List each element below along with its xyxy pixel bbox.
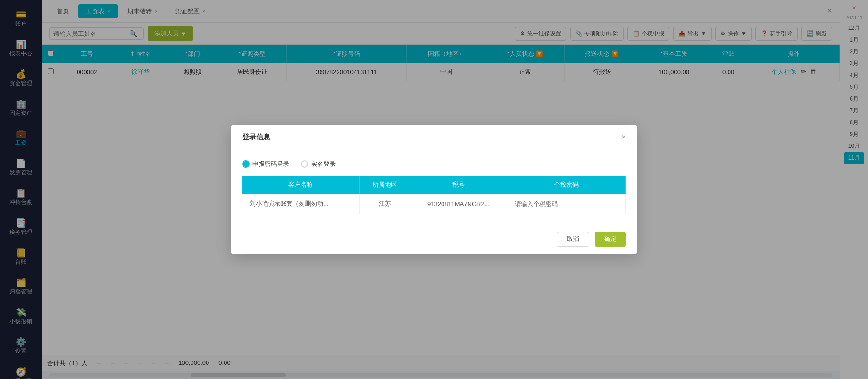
modal-title: 登录信息 <box>242 133 270 142</box>
modal-cell-taxno: 91320811MA7NGR2... <box>410 194 507 214</box>
modal-footer: 取消 确定 <box>231 224 637 254</box>
radio-password-login[interactable]: 申报密码登录 <box>242 160 289 168</box>
modal-table-row: 刘小艳演示账套（勿删勿动... 江苏 91320811MA7NGR2... <box>242 194 626 214</box>
modal-overlay: 登录信息 × 申报密码登录 实名登录 <box>0 0 868 379</box>
modal-cell-name: 刘小艳演示账套（勿删勿动... <box>242 194 360 214</box>
modal-col-taxpwd: 个税密码 <box>507 176 625 194</box>
radio-password-circle <box>242 160 250 168</box>
modal-cell-taxpwd[interactable] <box>507 194 625 214</box>
modal-table-header: 客户名称 所属地区 税号 个税密码 <box>242 176 626 194</box>
modal-col-taxno: 税号 <box>410 176 507 194</box>
confirm-button[interactable]: 确定 <box>595 232 626 247</box>
modal-cell-region: 江苏 <box>360 194 410 214</box>
tax-password-input[interactable] <box>515 200 618 207</box>
modal-header: 登录信息 × <box>231 125 637 150</box>
modal-body: 申报密码登录 实名登录 客户名称 所属地区 税号 个税密码 <box>231 150 637 224</box>
modal-close-btn[interactable]: × <box>621 132 626 142</box>
login-info-modal: 登录信息 × 申报密码登录 实名登录 <box>231 125 637 254</box>
radio-realname-circle <box>301 160 308 168</box>
modal-col-region: 所属地区 <box>360 176 410 194</box>
radio-realname-login[interactable]: 实名登录 <box>301 160 336 168</box>
login-type-radio-group: 申报密码登录 实名登录 <box>242 160 626 168</box>
modal-col-name: 客户名称 <box>242 176 360 194</box>
modal-data-table: 客户名称 所属地区 税号 个税密码 刘小艳演示账套（勿删勿动... 江苏 913… <box>242 176 626 214</box>
cancel-button[interactable]: 取消 <box>557 232 589 247</box>
